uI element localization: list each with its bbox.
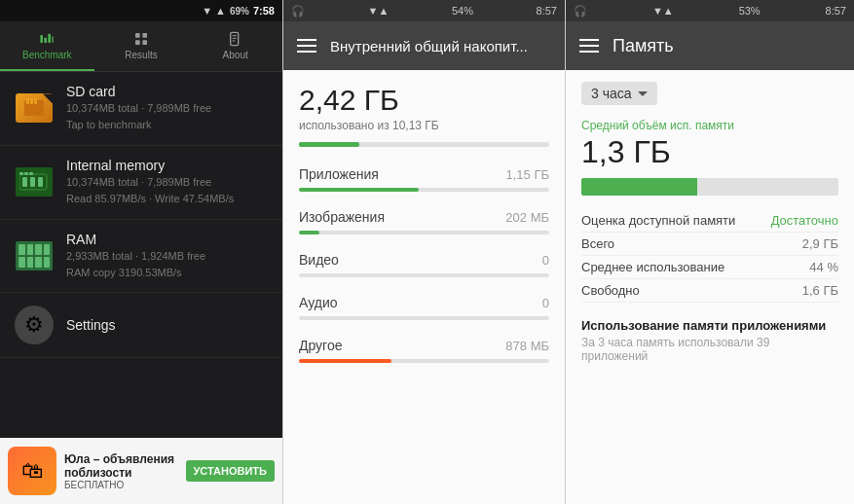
category-video[interactable]: Видео 0	[299, 252, 549, 277]
category-images-bar	[299, 231, 549, 234]
storage-panel: 🎧 ▼▲ 54% 8:57 Внутренний общий накопит..…	[282, 0, 565, 504]
time-selector-value: 3 часа	[591, 86, 632, 101]
sd-card-icon-container	[14, 88, 55, 128]
settings-text: Settings	[66, 317, 269, 333]
stat-row-availability: Оценка доступной памяти Достаточно	[581, 209, 838, 233]
memory-avg-value: 1,3 ГБ	[581, 134, 838, 170]
category-apps-size: 1,15 ГБ	[506, 167, 549, 182]
storage-used-value: 2,42 ГБ	[299, 84, 549, 117]
ram-icon	[16, 241, 53, 270]
tab-benchmark[interactable]: Benchmark	[0, 21, 94, 71]
svg-rect-2	[49, 33, 52, 42]
memory-icon	[16, 167, 53, 197]
battery-1: 69%	[230, 6, 249, 17]
storage-header: Внутренний общий накопит...	[283, 21, 565, 70]
category-apps-row: Приложения 1,15 ГБ	[299, 166, 549, 182]
mem-hamburger-line-1	[579, 39, 599, 41]
wifi-icon: ▼	[202, 5, 212, 17]
memory-title: Память	[613, 36, 674, 56]
category-other-name: Другое	[299, 338, 342, 353]
ad-sub: БЕСПЛАТНО	[64, 480, 178, 490]
category-other-bar-fill	[299, 359, 391, 363]
chevron-down-icon	[638, 91, 648, 96]
category-images-size: 202 МБ	[505, 210, 549, 225]
tab-results-label: Results	[125, 50, 157, 60]
headphone-icon-3: 🎧	[574, 5, 587, 18]
time-selector[interactable]: 3 часа	[581, 82, 657, 105]
svg-rect-22	[29, 172, 33, 175]
svg-rect-1	[45, 37, 48, 42]
ad-install-button[interactable]: УСТАНОВИТЬ	[186, 460, 275, 482]
ram-chip-5	[19, 257, 25, 268]
settings-title: Settings	[66, 317, 269, 333]
memory-stats: Оценка доступной памяти Достаточно Всего…	[581, 209, 838, 303]
time-3: 8:57	[826, 5, 846, 17]
signal-icon: ▲	[215, 5, 226, 17]
storage-used-sub: использовано из 10,13 ГБ	[299, 119, 549, 132]
tab-bar: Benchmark Results About	[0, 21, 282, 72]
ad-inner: 🛍 Юла – объявления поблизости БЕСПЛАТНО …	[0, 443, 282, 499]
svg-rect-7	[142, 40, 147, 45]
category-audio-row: Аудио 0	[299, 295, 549, 310]
svg-rect-5	[135, 40, 140, 45]
ram-chip-6	[27, 257, 34, 268]
svg-rect-4	[135, 33, 140, 38]
ram-item[interactable]: RAM 2,933MB total · 1,924MB free RAM cop…	[0, 220, 282, 294]
internal-memory-icon-container	[14, 162, 55, 202]
category-audio-size: 0	[542, 296, 549, 310]
tab-results[interactable]: Results	[94, 21, 189, 71]
mem-hamburger-line-2	[579, 45, 599, 47]
memory-apps-sub: За 3 часа память использовали 39 приложе…	[581, 336, 838, 363]
status-icons-2: ▼▲	[368, 5, 390, 17]
mem-hamburger-line-3	[579, 51, 599, 53]
stat-row-free: Свободно 1,6 ГБ	[581, 279, 838, 303]
memory-avg-label: Средний объём исп. памяти	[581, 119, 838, 132]
internal-memory-item[interactable]: Internal memory 10,374MB total · 7,989MB…	[0, 146, 282, 220]
svg-rect-17	[22, 177, 27, 187]
bottom-ad[interactable]: 🛍 Юла – объявления поблизости БЕСПЛАТНО …	[0, 438, 282, 504]
category-video-bar	[299, 273, 549, 277]
settings-gear-icon: ⚙	[15, 306, 54, 344]
stat-avg-usage-value: 44 %	[809, 260, 838, 274]
stat-availability-value: Достаточно	[771, 213, 838, 228]
settings-item[interactable]: ⚙ Settings	[0, 293, 282, 358]
ram-text: RAM 2,933MB total · 1,924MB free RAM cop…	[66, 232, 269, 281]
memory-hamburger-button[interactable]	[579, 39, 599, 53]
tab-about[interactable]: About	[188, 21, 282, 71]
time-2: 8:57	[537, 5, 557, 17]
ad-title: Юла – объявления поблизости	[64, 452, 178, 480]
hamburger-menu-button[interactable]	[297, 39, 316, 53]
sd-card-sub1: 10,374MB total · 7,989MB free	[66, 101, 269, 116]
ram-icon-container	[14, 235, 55, 276]
svg-rect-13	[26, 98, 29, 104]
category-images[interactable]: Изображения 202 МБ	[299, 209, 549, 234]
sd-card-sub2: Tap to benchmark	[66, 118, 269, 132]
hamburger-line-3	[297, 51, 316, 53]
category-apps-name: Приложения	[299, 166, 379, 182]
stat-free-label: Свободно	[581, 283, 640, 298]
status-bar-3: 🎧 ▼▲ 53% 8:57	[566, 0, 854, 21]
stat-availability-label: Оценка доступной памяти	[581, 213, 735, 228]
category-audio[interactable]: Аудио 0	[299, 295, 549, 320]
status-icons-1: ▼ ▲	[202, 5, 226, 17]
memory-apps-section[interactable]: Использование памяти приложениями За 3 ч…	[581, 318, 838, 363]
stat-avg-usage-label: Среднее использование	[581, 260, 724, 274]
storage-total-progress-fill	[299, 142, 359, 147]
ram-title: RAM	[66, 232, 269, 247]
internal-memory-title: Internal memory	[66, 158, 269, 173]
tab-benchmark-label: Benchmark	[22, 50, 72, 60]
svg-rect-14	[30, 98, 33, 104]
hamburger-line-1	[297, 39, 316, 41]
category-other[interactable]: Другое 878 МБ	[299, 338, 549, 363]
category-apps-bar	[299, 188, 549, 192]
category-apps-bar-fill	[299, 188, 419, 192]
ram-chip-8	[44, 257, 51, 268]
memory-header: Память	[566, 21, 854, 70]
storage-title: Внутренний общий накопит...	[330, 38, 528, 54]
hamburger-line-2	[297, 45, 316, 47]
category-apps[interactable]: Приложения 1,15 ГБ	[299, 166, 549, 192]
ram-chip-3	[35, 244, 42, 255]
stat-free-value: 1,6 ГБ	[802, 283, 838, 298]
sd-card-item[interactable]: SD card 10,374MB total · 7,989MB free Ta…	[0, 72, 282, 146]
memory-avg-bar	[581, 178, 838, 196]
